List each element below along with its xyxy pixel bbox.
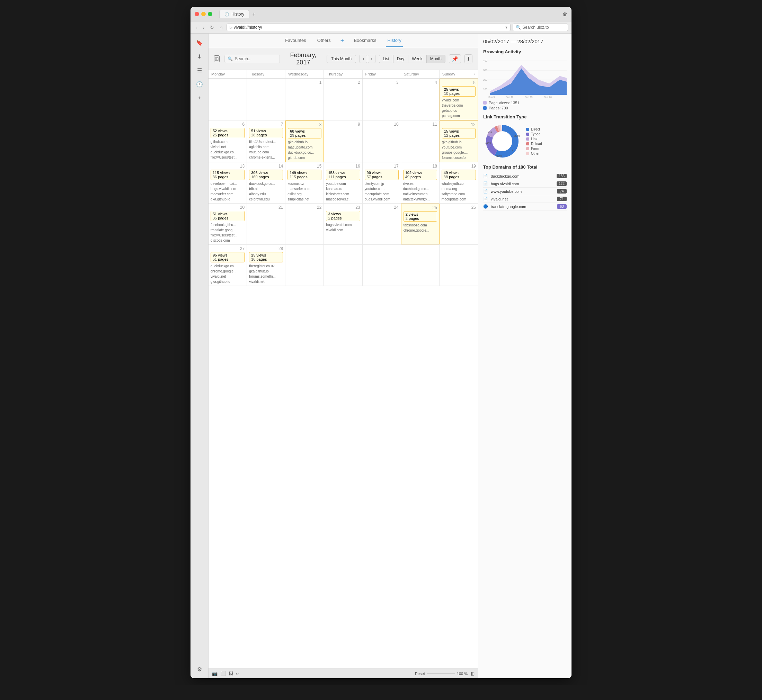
right-panel: 05/02/2017 — 28/02/2017 Browsing Activit… <box>478 34 571 678</box>
sidebar-icon-bookmarks[interactable]: 🔖 <box>193 36 206 49</box>
domain-count-4: 71 <box>557 197 566 201</box>
pin-button[interactable]: 📌 <box>449 54 461 63</box>
url-dropdown-icon[interactable]: ▾ <box>505 25 507 30</box>
month-view-button[interactable]: Month <box>426 55 446 63</box>
domain-item-1[interactable]: 📄 duckduckgo.com 186 <box>483 172 566 180</box>
info-button[interactable]: ℹ <box>465 54 473 63</box>
sidebar-icon-history[interactable]: 🕐 <box>193 78 206 91</box>
link-transition-title: Link Transition Type <box>483 114 566 119</box>
search-input[interactable] <box>522 25 571 30</box>
svg-text:11%: 11% <box>485 141 491 144</box>
day-view-button[interactable]: Day <box>393 55 408 63</box>
sidebar-icon-notes[interactable]: ☰ <box>193 64 206 77</box>
history-tab[interactable]: 🕐 History <box>219 10 249 18</box>
settings-icon[interactable]: ⚙ <box>193 663 206 675</box>
grid-view-button[interactable]: ⊞ <box>214 55 220 62</box>
legend-pageviews: Page Views: 1351 <box>483 101 566 105</box>
cell-empty-2 <box>247 78 285 120</box>
trash-button[interactable]: 🗑 <box>562 11 567 17</box>
domain-item-5[interactable]: 🔵 translate.google.com 63 <box>483 203 566 211</box>
zoom-reset-button[interactable]: Reset <box>415 672 425 676</box>
domain-item-3[interactable]: 📄 www.youtube.com 74 <box>483 188 566 195</box>
nav-bar: ‹ › ↻ ⌂ ▷ ▾ 🔍 ▾ <box>191 22 571 34</box>
domain-item-4[interactable]: 📄 vivaldi.net 71 <box>483 195 566 203</box>
cell-fri-10[interactable]: 10 <box>363 120 401 162</box>
legend-pageviews-label: Page Views: 1351 <box>489 101 519 105</box>
back-button[interactable]: ‹ <box>194 23 199 31</box>
url-input[interactable] <box>234 25 504 30</box>
week-1: 1 2 3 4 5 <box>208 78 478 120</box>
image-icon[interactable]: 🖼 <box>228 671 233 676</box>
chart-legend: Page Views: 1351 Pages: 700 <box>483 101 566 110</box>
screenshot-icon[interactable]: 📷 <box>212 671 217 676</box>
panel-date-range: 05/02/2017 — 28/02/2017 <box>483 38 566 44</box>
cell-thu-9[interactable]: 9 <box>324 120 362 162</box>
zoom-slider[interactable] <box>427 673 455 674</box>
nav-favourites[interactable]: Favourites <box>284 34 308 47</box>
cell-mon-20[interactable]: 20 51 views35 pages facebook.githu...tra… <box>208 203 247 244</box>
nav-others[interactable]: Others <box>316 34 332 47</box>
cell-tue-14[interactable]: 14 306 views160 pages duckduckgo.co...tr… <box>247 162 285 203</box>
nav-history[interactable]: History <box>386 34 402 47</box>
cell-tue-28[interactable]: 28 25 views16 pages theregister.co.ukgka… <box>247 245 285 286</box>
sidebar-icon-downloads[interactable]: ⬇ <box>193 50 206 62</box>
domain-name-2: bugs.vivaldi.com <box>491 182 554 186</box>
cell-sat-11[interactable]: 11 <box>401 120 440 162</box>
cell-mon-6[interactable]: 6 52 views25 pages github.comvivladi.net… <box>208 120 247 162</box>
cell-wed-22[interactable]: 22 <box>285 203 324 244</box>
code-icon[interactable]: ‹› <box>236 671 239 676</box>
cell-wed-8[interactable]: 8 68 views29 pages gka.github.iomacupdat… <box>285 120 324 162</box>
domain-item-2[interactable]: 📄 bugs.vivaldi.com 122 <box>483 180 566 188</box>
cell-thu-1[interactable]: 2 <box>324 78 362 120</box>
collapse-icon[interactable]: › <box>474 72 475 76</box>
cell-fri-17[interactable]: 17 90 views57 pages plentycom.jpyoutube.… <box>363 162 401 203</box>
reload-button[interactable]: ↻ <box>208 23 216 31</box>
window-icon[interactable]: ⬜ <box>220 671 226 676</box>
minimize-button[interactable] <box>201 12 206 16</box>
next-month-button[interactable]: › <box>368 55 376 63</box>
day-num-3: 3 <box>365 80 399 85</box>
cell-mon-27[interactable]: 27 95 views51 pages duckduckgo.co...chro… <box>208 245 247 286</box>
calendar-search-input[interactable] <box>235 56 277 61</box>
close-button[interactable] <box>195 12 199 16</box>
history-tab-label: History <box>232 12 244 17</box>
cell-wed-15[interactable]: 15 149 views115 pages kosmas.czmacsurfer… <box>285 162 324 203</box>
week-5: 27 95 views51 pages duckduckgo.co...chro… <box>208 245 478 286</box>
cell-sun-26[interactable]: 26 <box>440 203 478 244</box>
cell-sat-1[interactable]: 4 <box>401 78 440 120</box>
cell-tue-21[interactable]: 21 <box>247 203 285 244</box>
week-view-button[interactable]: Week <box>408 55 426 63</box>
prev-month-button[interactable]: ‹ <box>360 55 367 63</box>
cell-thu-23[interactable]: 23 3 views2 pages bugs.vivaldi.comvivald… <box>324 203 362 244</box>
new-tab-button[interactable]: + <box>249 11 258 17</box>
this-month-button[interactable]: This Month <box>327 55 356 63</box>
cell-thu-16[interactable]: 16 153 views111 pages youtube.comkosmas.… <box>324 162 362 203</box>
home-button[interactable]: ⌂ <box>218 23 224 31</box>
list-view-button[interactable]: List <box>379 55 393 63</box>
zoom-level: 100 % <box>457 672 468 676</box>
legend-form: Form <box>526 147 542 151</box>
header-friday: Friday <box>363 70 401 78</box>
search-field: 🔍 <box>224 55 280 63</box>
maximize-button[interactable] <box>208 12 212 16</box>
nav-bookmarks[interactable]: Bookmarks <box>352 34 377 47</box>
cell-sun-12[interactable]: 12 15 views12 pages gka.github.ioyoutube… <box>440 120 478 162</box>
cell-wed-1[interactable]: 1 <box>285 78 324 120</box>
content-nav: Favourites Others + Bookmarks History <box>208 34 478 48</box>
cell-fri-24[interactable]: 24 <box>363 203 401 244</box>
panel-toggle-icon[interactable]: ◧ <box>470 671 474 676</box>
cell-tue-7[interactable]: 7 51 views28 pages file:///Users/test...… <box>247 120 285 162</box>
forward-button[interactable]: › <box>201 23 207 31</box>
nav-plus[interactable]: + <box>341 37 344 44</box>
cell-sun-19[interactable]: 19 49 views38 pages whalesynth.commoma.o… <box>440 162 478 203</box>
cell-mon-13[interactable]: 13 115 views36 pages developer.mozi...bu… <box>208 162 247 203</box>
cell-sun-1[interactable]: 5 25 views 10 pages vivaldi.comtheverge.… <box>440 78 478 120</box>
day-num-5: 5 <box>442 80 476 85</box>
svg-text:Sun 26: Sun 26 <box>544 95 552 98</box>
cell-sat-18[interactable]: 18 102 views49 pages rtve.esduckduckgo.c… <box>401 162 440 203</box>
domain-icon-2: 📄 <box>483 181 488 186</box>
domain-name-3: www.youtube.com <box>491 189 554 194</box>
sidebar-icon-add[interactable]: + <box>193 92 206 104</box>
cell-sat-25[interactable]: 25 2 views2 pages tabsnooze.comchrome.go… <box>401 203 440 244</box>
cell-fri-1[interactable]: 3 <box>363 78 401 120</box>
